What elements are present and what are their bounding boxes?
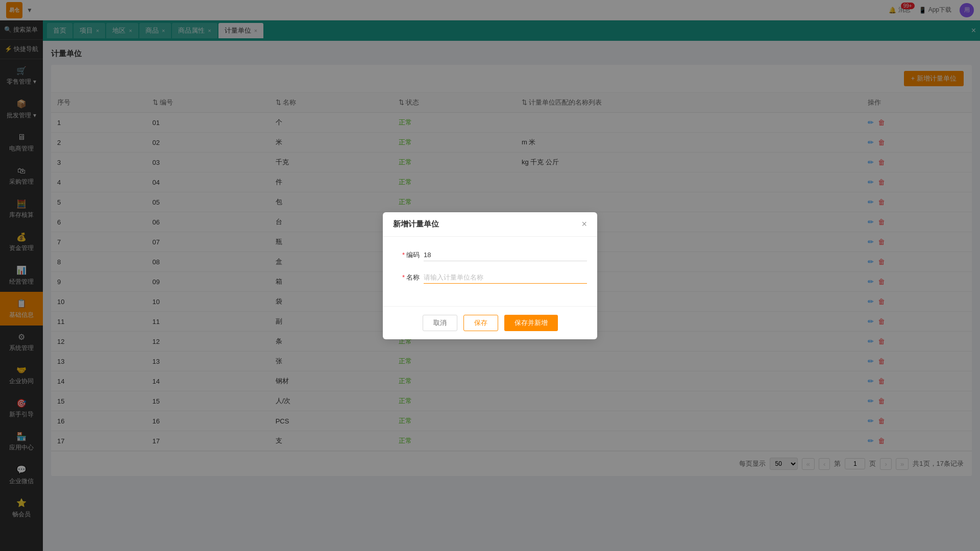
save-and-new-button[interactable]: 保存并新增 [504,315,558,331]
code-input[interactable] [424,249,587,261]
modal-title: 新增计量单位 [393,219,439,229]
add-measure-unit-modal: 新增计量单位 × *编码 *名称 取消 保存 保存并新增 [383,212,597,339]
form-row-code: *编码 [393,249,587,261]
modal-header: 新增计量单位 × [383,212,597,237]
code-label: *编码 [393,251,424,260]
modal-close-button[interactable]: × [581,219,587,229]
save-button[interactable]: 保存 [463,315,498,331]
modal-overlay[interactable]: 新增计量单位 × *编码 *名称 取消 保存 保存并新增 [0,0,980,551]
modal-footer: 取消 保存 保存并新增 [383,306,597,339]
name-input[interactable] [424,271,587,284]
form-row-name: *名称 [393,271,587,284]
cancel-button[interactable]: 取消 [423,315,457,331]
name-label: *名称 [393,273,424,282]
modal-body: *编码 *名称 [383,237,597,306]
